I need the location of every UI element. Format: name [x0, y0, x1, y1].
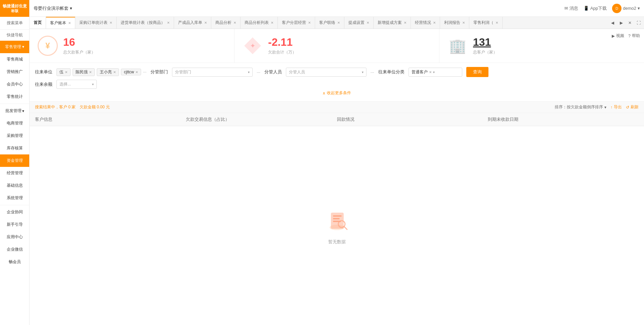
tab-customer-ledger[interactable]: 客户账本 ✕: [46, 17, 75, 29]
doc-help-link[interactable]: ? 帮助: [628, 33, 640, 39]
main-area: 母婴行业演示帐套 ▾ ✉ 消息 📱 App下载 D demo2 ▾: [30, 0, 644, 325]
sidebar-item-wholesale[interactable]: 批发管理 ▾: [0, 105, 29, 117]
tab-close-icon[interactable]: ✕: [110, 21, 112, 25]
tab-close-icon[interactable]: ✕: [462, 21, 465, 25]
tab-new-commission[interactable]: 新增提成方案 ✕: [374, 17, 411, 29]
app-download-button[interactable]: 📱 App下载: [584, 5, 607, 11]
tab-production-inbound[interactable]: 产成品入库单 ✕: [174, 17, 211, 29]
unit-tag-wu-close[interactable]: ✕: [65, 70, 68, 74]
tab-close-icon[interactable]: ✕: [404, 21, 406, 25]
collapse-filter-button[interactable]: ∧ 收起更多条件: [323, 90, 351, 96]
sidebar-item-finance[interactable]: 资金管理: [0, 154, 29, 167]
tab-scroll-right[interactable]: ▶: [617, 19, 625, 27]
tab-close-icon[interactable]: ✕: [167, 21, 170, 25]
sidebar-logo[interactable]: 畅捷通好生意 标版: [0, 0, 29, 17]
tenant-selector[interactable]: 母婴行业演示帐套 ▾: [34, 5, 72, 11]
unit-tag-wang[interactable]: 王小亮 ✕: [97, 68, 119, 76]
export-button[interactable]: ↑ 导出: [610, 104, 622, 110]
sidebar-item-operation[interactable]: 经营管理: [0, 167, 29, 179]
download-icon: 📱: [584, 6, 589, 11]
tab-goods-stats[interactable]: 进货单统计表（按商品） ✕: [117, 17, 174, 29]
sidebar-quick-nav[interactable]: 快捷导航: [0, 30, 29, 41]
query-button[interactable]: 查询: [466, 67, 488, 77]
tab-close-icon[interactable]: ✕: [233, 21, 236, 25]
unit-class-close[interactable]: ✕: [429, 70, 432, 74]
tab-customer-tier[interactable]: 客户分层经营 ✕: [278, 17, 315, 29]
tab-purchase-order-stats[interactable]: 采购订单统计表 ✕: [75, 17, 117, 29]
tab-close-all[interactable]: ✕: [626, 19, 634, 27]
tab-close-icon[interactable]: ✕: [308, 21, 311, 25]
sidebar-item-member-center[interactable]: 会员中心: [0, 78, 29, 91]
messages-button[interactable]: ✉ 消息: [564, 5, 578, 11]
unit-tag-cjttcw-close[interactable]: ✕: [135, 70, 138, 74]
unit-class-chevron-icon: ▾: [433, 70, 435, 74]
stat-info-2: -2.11 欠款合计（万）: [268, 36, 296, 55]
stat-value-customers: 16: [63, 36, 95, 48]
sort-selector[interactable]: 排序：按欠款金额倒序排序 ▾: [555, 104, 606, 110]
tab-customer-contact[interactable]: 客户联络 ✕: [315, 17, 344, 29]
sidebar-item-retail-mall[interactable]: 零售商城: [0, 53, 29, 66]
tab-close-icon[interactable]: ✕: [433, 21, 436, 25]
unit-tag-cjttcw[interactable]: cjttcw ✕: [121, 69, 141, 75]
stat-card-total-debt: ✦ -2.11 欠款合计（万）: [234, 29, 439, 63]
more-tags-indicator[interactable]: ···: [143, 70, 146, 74]
sidebar-item-purchase[interactable]: 采购管理: [0, 130, 29, 142]
empty-text: 暂无数据: [328, 239, 346, 245]
tab-close-icon[interactable]: ✕: [68, 21, 71, 25]
tab-close-icon[interactable]: ✕: [337, 21, 340, 25]
svg-rect-3: [333, 218, 340, 219]
person-chevron-icon: ▾: [362, 70, 363, 74]
tab-scroll-left[interactable]: ◀: [608, 19, 616, 27]
refresh-button[interactable]: ↺ 刷新: [626, 104, 639, 110]
unit-filter-label: 往来单位: [35, 69, 52, 75]
tab-close-icon[interactable]: ✕: [367, 21, 369, 25]
tab-operations[interactable]: 经营情况 ✕: [411, 17, 440, 29]
sidebar-item-newbie[interactable]: 新手引导: [0, 218, 29, 231]
video-help-link[interactable]: ▶ 视频: [612, 33, 624, 39]
balance-select[interactable]: 选择... ▾: [56, 80, 97, 89]
tab-fullscreen[interactable]: ⛶: [635, 19, 643, 27]
unit-class-tag[interactable]: 普通客户 ✕: [412, 69, 432, 75]
tab-home[interactable]: 首页: [30, 17, 46, 29]
unit-class-label: 往来单位分类: [378, 69, 404, 75]
tab-commission-settings[interactable]: 提成设置 ✕: [344, 17, 374, 29]
tab-close-icon[interactable]: ✕: [204, 21, 207, 25]
unit-tags: 伍 ✕ 陈民强 ✕ 王小亮 ✕ cjttcw ✕ ···: [56, 68, 146, 76]
person-select[interactable]: 分管人员 ▾: [286, 68, 367, 77]
tab-close-icon[interactable]: ✕: [271, 21, 273, 25]
unit-tag-wang-close[interactable]: ✕: [113, 70, 116, 74]
results-actions: 排序：按欠款金额倒序排序 ▾ ↑ 导出 ↺ 刷新: [555, 104, 639, 110]
dept-extra-options[interactable]: ···: [257, 70, 260, 75]
filter-row-2: 往来余额 选择... ▾: [35, 80, 639, 89]
unit-class-select[interactable]: 普通客户 ✕ ▾: [409, 68, 462, 77]
sidebar-search[interactable]: 搜索菜单: [0, 17, 29, 30]
sidebar-item-retail-stats[interactable]: 零售统计: [0, 91, 29, 103]
tab-profit-report[interactable]: 利润报告 ✕: [440, 17, 469, 29]
sidebar-item-inventory[interactable]: 库存核算: [0, 142, 29, 154]
sort-arrow-icon: ▾: [604, 105, 606, 110]
sidebar-item-marketing[interactable]: 营销推广: [0, 66, 29, 78]
sidebar-item-member[interactable]: 畅会员: [0, 256, 29, 268]
sidebar-item-retail-mgmt[interactable]: 零售管理 ▾: [0, 41, 29, 53]
sidebar-item-app-center[interactable]: 应用中心: [0, 231, 29, 243]
empty-state-icon: [324, 207, 350, 233]
dept-chevron-icon: ▾: [248, 70, 250, 74]
sidebar-item-collab[interactable]: 企业协同: [0, 206, 29, 218]
tab-product-analysis-list[interactable]: 商品分析列表 ✕: [241, 17, 278, 29]
sidebar-item-ecommerce[interactable]: 电商管理: [0, 117, 29, 130]
unit-tag-wu[interactable]: 伍 ✕: [56, 68, 71, 76]
tab-close-icon[interactable]: ✕: [496, 21, 498, 25]
dept-select[interactable]: 分管部门 ▾: [172, 68, 253, 77]
tab-product-analysis[interactable]: 商品分析 ✕: [211, 17, 241, 29]
unit-tag-chen[interactable]: 陈民强 ✕: [73, 68, 95, 76]
user-avatar: D: [612, 4, 621, 13]
sidebar-item-wechat[interactable]: 企业微信: [0, 243, 29, 256]
sidebar-item-system[interactable]: 系统管理: [0, 192, 29, 204]
sidebar-item-basic-info[interactable]: 基础信息: [0, 179, 29, 192]
tab-retail-profit[interactable]: 零售利润（ ✕: [469, 17, 503, 29]
stat-label-debt: 欠款合计（万）: [268, 49, 296, 55]
stat-icon-building: 🏢: [447, 36, 468, 56]
unit-tag-chen-close[interactable]: ✕: [89, 70, 92, 74]
person-extra-options[interactable]: ···: [371, 70, 374, 75]
user-menu[interactable]: D demo2 ▾: [612, 4, 640, 13]
